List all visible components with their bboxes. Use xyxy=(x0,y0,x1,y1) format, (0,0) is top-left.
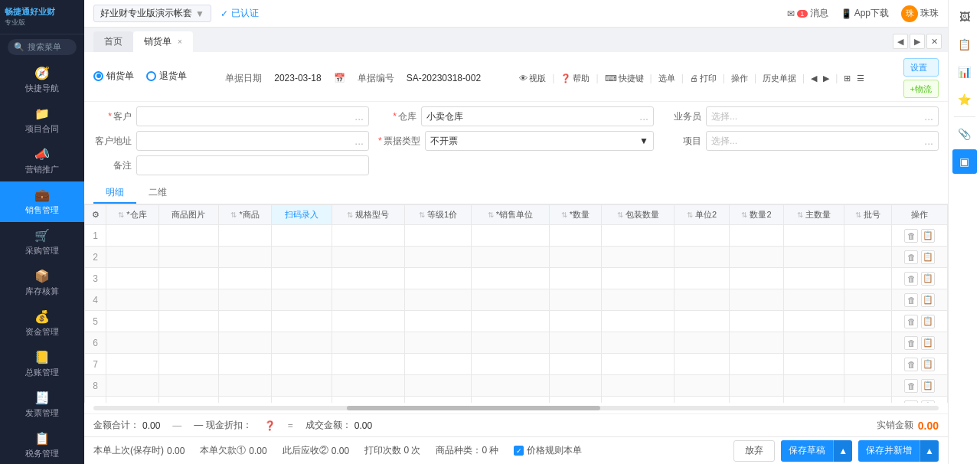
table-cell[interactable] xyxy=(784,375,844,397)
table-cell[interactable] xyxy=(158,268,219,289)
list-view-btn[interactable]: ☰ xyxy=(857,74,864,83)
table-cell[interactable] xyxy=(602,332,675,354)
table-cell[interactable] xyxy=(729,247,783,268)
table-cell[interactable] xyxy=(332,397,404,404)
table-cell[interactable] xyxy=(219,332,272,354)
price-rule-checkbox[interactable]: ✓ xyxy=(514,446,524,456)
table-cell[interactable] xyxy=(784,225,844,247)
table-cell[interactable] xyxy=(675,375,729,397)
table-cell[interactable] xyxy=(602,289,675,311)
table-cell[interactable] xyxy=(549,289,602,311)
address-input[interactable]: ... xyxy=(136,131,369,151)
table-cell[interactable] xyxy=(602,268,675,289)
table-cell[interactable] xyxy=(472,332,549,354)
operate-btn[interactable]: 操作 xyxy=(731,73,748,84)
grid-view-btn[interactable]: ⊞ xyxy=(844,74,851,83)
table-cell[interactable] xyxy=(271,225,332,247)
sidebar-item-invoice[interactable]: 🧾 发票管理 xyxy=(0,384,84,425)
row-number-cell[interactable]: 9 xyxy=(85,397,106,404)
delete-row-btn[interactable]: 🗑 xyxy=(904,293,918,307)
table-cell[interactable] xyxy=(675,289,729,311)
table-cell[interactable] xyxy=(332,311,404,332)
table-cell[interactable] xyxy=(271,375,332,397)
row-number-cell[interactable]: 1 xyxy=(85,225,106,247)
next-record-btn[interactable]: ▶ xyxy=(823,74,829,83)
delete-row-btn[interactable]: 🗑 xyxy=(904,229,918,243)
row-number-cell[interactable]: 8 xyxy=(85,375,106,397)
table-cell[interactable] xyxy=(729,311,783,332)
copy-row-btn[interactable]: 📋 xyxy=(921,358,935,371)
sidebar-item-tax[interactable]: 📋 税务管理 xyxy=(0,425,84,464)
tab-close-icon[interactable]: × xyxy=(178,38,182,46)
sidebar-search[interactable]: 🔍 搜索菜单 xyxy=(8,39,77,55)
save-new-dropdown-btn[interactable]: ▲ xyxy=(920,440,939,462)
table-cell[interactable] xyxy=(271,268,332,289)
delete-row-btn[interactable]: 🗑 xyxy=(904,272,918,286)
table-cell[interactable] xyxy=(404,397,472,404)
sidebar-item-finance[interactable]: 💰 资金管理 xyxy=(0,303,84,344)
table-cell[interactable] xyxy=(158,311,219,332)
table-cell[interactable] xyxy=(784,311,844,332)
table-cell[interactable] xyxy=(675,354,729,375)
table-cell[interactable] xyxy=(158,247,219,268)
table-cell[interactable] xyxy=(404,247,472,268)
horizontal-scroll[interactable] xyxy=(93,406,939,410)
abandon-btn[interactable]: 放弃 xyxy=(733,440,775,462)
table-cell[interactable] xyxy=(271,289,332,311)
company-selector[interactable]: 好业财专业版演示帐套 ▼ xyxy=(93,5,211,22)
tab-mingxi[interactable]: 明细 xyxy=(93,183,136,204)
radio-sale[interactable]: 销货单 xyxy=(93,70,134,83)
copy-row-btn[interactable]: 📋 xyxy=(921,315,935,328)
table-cell[interactable] xyxy=(602,354,675,375)
table-cell[interactable] xyxy=(602,311,675,332)
table-cell[interactable] xyxy=(271,247,332,268)
copy-row-btn[interactable]: 📋 xyxy=(921,293,935,307)
table-cell[interactable] xyxy=(472,289,549,311)
table-cell[interactable] xyxy=(106,397,159,404)
table-cell[interactable] xyxy=(106,225,159,247)
table-cell[interactable] xyxy=(404,289,472,311)
row-number-cell[interactable]: 4 xyxy=(85,289,106,311)
table-cell[interactable] xyxy=(106,311,159,332)
table-cell[interactable] xyxy=(602,247,675,268)
table-cell[interactable] xyxy=(106,268,159,289)
table-cell[interactable] xyxy=(158,289,219,311)
right-panel-chart-btn[interactable]: 📊 xyxy=(952,60,977,84)
table-cell[interactable] xyxy=(219,375,272,397)
table-cell[interactable] xyxy=(784,332,844,354)
table-cell[interactable] xyxy=(219,268,272,289)
row-number-cell[interactable]: 3 xyxy=(85,268,106,289)
table-cell[interactable] xyxy=(332,354,404,375)
table-cell[interactable] xyxy=(784,354,844,375)
table-cell[interactable] xyxy=(158,225,219,247)
table-cell[interactable] xyxy=(219,311,272,332)
table-cell[interactable] xyxy=(472,268,549,289)
table-cell[interactable] xyxy=(729,375,783,397)
setup-btn[interactable]: 设置 xyxy=(903,58,939,77)
table-cell[interactable] xyxy=(844,397,891,404)
tab-next-btn[interactable]: ▶ xyxy=(910,34,925,49)
table-cell[interactable] xyxy=(472,225,549,247)
table-cell[interactable] xyxy=(106,289,159,311)
table-cell[interactable] xyxy=(332,247,404,268)
table-cell[interactable] xyxy=(549,268,602,289)
row-number-cell[interactable]: 2 xyxy=(85,247,106,268)
table-cell[interactable] xyxy=(675,311,729,332)
col-import[interactable]: 扫码录入 xyxy=(271,205,332,225)
sidebar-item-project[interactable]: 📁 项目合同 xyxy=(0,100,84,141)
user-avatar[interactable]: 珠 珠珠 xyxy=(901,5,939,22)
sidebar-item-marketing[interactable]: 📣 营销推广 xyxy=(0,141,84,181)
copy-row-btn[interactable]: 📋 xyxy=(921,336,935,350)
table-cell[interactable] xyxy=(404,268,472,289)
table-cell[interactable] xyxy=(729,289,783,311)
table-cell[interactable] xyxy=(675,247,729,268)
col-setting[interactable]: ⚙ xyxy=(85,205,106,225)
table-cell[interactable] xyxy=(106,375,159,397)
tab-erwei[interactable]: 二维 xyxy=(136,183,179,204)
table-cell[interactable] xyxy=(549,375,602,397)
customer-input[interactable]: ... xyxy=(136,106,369,126)
table-cell[interactable] xyxy=(549,397,602,404)
table-cell[interactable] xyxy=(549,225,602,247)
row-number-cell[interactable]: 5 xyxy=(85,311,106,332)
table-cell[interactable] xyxy=(472,247,549,268)
